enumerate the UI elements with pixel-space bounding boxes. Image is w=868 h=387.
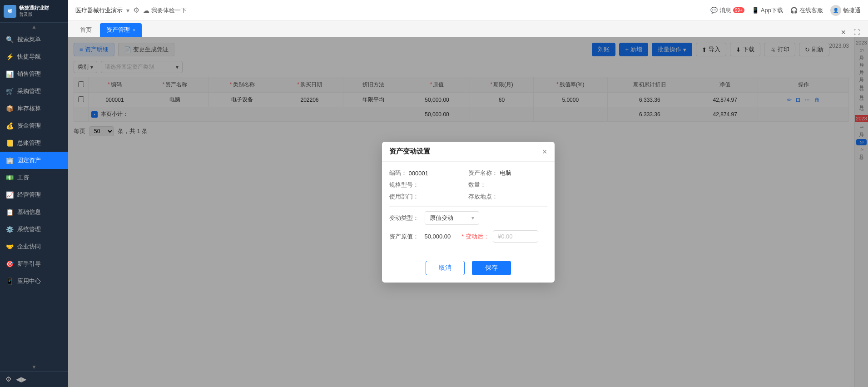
sidebar-label-basic-info: 基础信息	[17, 208, 41, 216]
tab-close-icon[interactable]: ×	[133, 27, 135, 33]
modal-spec-label: 规格型号：	[389, 181, 419, 189]
cloud-icon: ☁	[143, 7, 149, 14]
modal-code-row: 编码： 000001	[389, 169, 468, 177]
operations-icon: 📈	[5, 191, 14, 199]
modal-spec-row: 规格型号：	[389, 181, 468, 189]
finance-icon: 💰	[5, 122, 14, 130]
modal-close-button[interactable]: ×	[542, 148, 547, 156]
dropdown-arrow-icon[interactable]: ▾	[126, 7, 129, 14]
user-avatar: 👤	[830, 5, 841, 16]
tab-home[interactable]: 首页	[74, 23, 98, 37]
modal-quantity-row: 数量：	[468, 181, 547, 189]
sidebar-item-payroll[interactable]: 💵 工资	[0, 169, 68, 186]
modal-divider	[389, 206, 547, 207]
basic-info-icon: 📋	[5, 208, 14, 216]
sidebar-label-payroll: 工资	[17, 174, 29, 182]
sidebar-item-enterprise[interactable]: 🤝 企业协同	[0, 238, 68, 255]
sidebar-item-app-center[interactable]: 📱 应用中心	[0, 273, 68, 290]
inventory-icon: 📦	[5, 104, 14, 113]
sidebar-label-app-center: 应用中心	[17, 277, 41, 285]
sidebar-nav: 🔍 搜索菜单 ⚡ 快捷导航 📊 销售管理 🛒 采购管理 📦 库存核算 💰 资金管…	[0, 31, 68, 363]
messages-button[interactable]: 💬 消息 99+	[710, 6, 744, 15]
phone-icon: 📱	[752, 7, 759, 14]
sales-icon: 📊	[5, 70, 14, 78]
experience-button[interactable]: ☁ 我要体验一下	[143, 6, 187, 15]
sidebar-item-purchase[interactable]: 🛒 采购管理	[0, 83, 68, 100]
asset-change-modal: 资产变动设置 × 编码： 000001 资产名称： 电脑	[382, 142, 555, 283]
scroll-up-button[interactable]: ▲	[31, 24, 37, 30]
window-close-button[interactable]: ✕	[838, 28, 849, 37]
topbar-right: 💬 消息 99+ 📱 App下载 🎧 在线客服 👤 畅捷通	[710, 5, 861, 16]
sidebar-label-quick-nav: 快捷导航	[17, 53, 41, 61]
sidebar-label-ledger: 总账管理	[17, 139, 41, 147]
online-service-button[interactable]: 🎧 在线客服	[790, 6, 823, 15]
sidebar-label-sales: 销售管理	[17, 70, 41, 78]
company-name[interactable]: 医疗器械行业演示	[75, 6, 123, 15]
modal-after-change-input[interactable]	[493, 230, 538, 243]
modal-cancel-button[interactable]: 取消	[426, 261, 465, 275]
window-maximize-button[interactable]: ⛶	[851, 28, 863, 37]
sidebar-item-fixed-assets[interactable]: 🏢 固定资产	[0, 152, 68, 169]
settings-icon[interactable]: ⚙	[5, 375, 11, 383]
logo-sub-text: 普及版	[19, 11, 49, 18]
sidebar-label-finance: 资金管理	[17, 122, 41, 130]
user-menu[interactable]: 👤 畅捷通	[830, 5, 861, 16]
modal-name-label: 资产名称：	[468, 169, 498, 177]
sidebar-label-system: 系统管理	[17, 225, 41, 233]
scroll-down-button[interactable]: ▼	[31, 364, 37, 370]
modal-dept-row: 使用部门：	[389, 193, 468, 201]
sidebar-label-fixed-assets: 固定资产	[17, 156, 41, 164]
modal-overlay: 资产变动设置 × 编码： 000001 资产名称： 电脑	[68, 37, 868, 387]
modal-original-value-label: 资产原值：	[389, 233, 421, 241]
sidebar-item-quick-nav[interactable]: ⚡ 快捷导航	[0, 48, 68, 65]
logo-main-text: 畅捷通好业财	[19, 5, 49, 11]
settings-gear-icon[interactable]: ⚙	[133, 6, 139, 15]
sidebar-item-sales[interactable]: 📊 销售管理	[0, 65, 68, 83]
fixed-assets-icon: 🏢	[5, 156, 14, 164]
app-download-label: App下载	[761, 6, 783, 15]
sidebar-item-finance[interactable]: 💰 资金管理	[0, 117, 68, 134]
modal-change-type-label: 变动类型：	[389, 214, 421, 222]
sidebar-item-search[interactable]: 🔍 搜索菜单	[0, 31, 68, 48]
modal-save-button[interactable]: 保存	[472, 261, 511, 275]
tab-asset-management[interactable]: 资产管理 ×	[100, 23, 142, 37]
modal-info-grid: 编码： 000001 资产名称： 电脑 规格型号： 数量：	[389, 169, 547, 201]
change-type-chevron-icon: ▾	[471, 215, 474, 221]
modal-location-label: 存放地点：	[468, 193, 498, 201]
sidebar-item-guide[interactable]: 🎯 新手引导	[0, 255, 68, 273]
modal-location-row: 存放地点：	[468, 193, 547, 201]
app-center-icon: 📱	[5, 277, 14, 285]
sidebar-item-inventory[interactable]: 📦 库存核算	[0, 100, 68, 117]
messages-badge: 99+	[733, 7, 744, 13]
modal-change-type-row: 变动类型： 原值变动 ▾	[389, 211, 547, 225]
modal-code-label: 编码：	[389, 169, 407, 177]
modal-header: 资产变动设置 ×	[382, 142, 555, 162]
sidebar-item-operations[interactable]: 📈 经营管理	[0, 186, 68, 203]
sidebar-label-operations: 经营管理	[17, 191, 41, 199]
app-download-button[interactable]: 📱 App下载	[752, 6, 783, 15]
tabs-bar: 首页 资产管理 × ✕ ⛶	[68, 21, 868, 37]
modal-body: 编码： 000001 资产名称： 电脑 规格型号： 数量：	[382, 162, 555, 255]
sidebar-item-system[interactable]: ⚙️ 系统管理	[0, 221, 68, 238]
sidebar-label-guide: 新手引导	[17, 260, 41, 268]
quicknav-icon: ⚡	[5, 53, 14, 61]
sidebar-item-basic-info[interactable]: 📋 基础信息	[0, 203, 68, 221]
scroll-down-area: ▼	[0, 363, 68, 371]
sidebar-label-purchase: 采购管理	[17, 87, 41, 95]
search-icon: 🔍	[5, 35, 14, 44]
sidebar: 畅 畅捷通好业财 普及版 ▲ 🔍 搜索菜单 ⚡ 快捷导航 📊 销售管理 🛒 采购…	[0, 0, 68, 387]
modal-name-row: 资产名称： 电脑	[468, 169, 547, 177]
collapse-icon[interactable]: ◀▶	[16, 375, 27, 383]
logo-icon: 畅	[4, 5, 16, 18]
modal-footer: 取消 保存	[382, 255, 555, 283]
sidebar-item-ledger[interactable]: 📒 总账管理	[0, 134, 68, 152]
modal-original-value: 50,000.00	[425, 233, 451, 240]
modal-quantity-label: 数量：	[468, 181, 486, 189]
modal-after-change-label: * 变动后：	[461, 233, 489, 241]
headset-icon: 🎧	[790, 7, 798, 14]
modal-change-type-select[interactable]: 原值变动 ▾	[425, 211, 479, 225]
modal-title: 资产变动设置	[389, 147, 430, 156]
tab-asset-management-label: 资产管理	[106, 26, 130, 34]
system-icon: ⚙️	[5, 225, 14, 233]
sidebar-footer: ⚙ ◀▶	[0, 371, 68, 387]
